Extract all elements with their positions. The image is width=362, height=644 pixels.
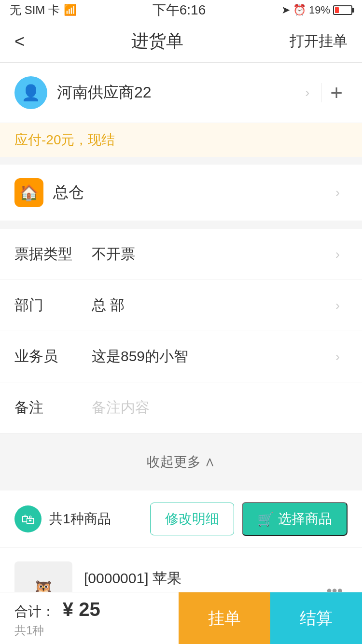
total-count: 共1种 <box>14 623 164 638</box>
supplier-chevron-icon: › <box>305 85 309 100</box>
edit-detail-button[interactable]: 修改明细 <box>150 503 234 535</box>
add-supplier-button[interactable]: + <box>325 81 348 105</box>
nav-bar: < 进货单 打开挂单 <box>0 20 362 63</box>
divider <box>321 83 321 102</box>
collapse-row[interactable]: 收起更多 ∧ <box>0 441 362 483</box>
supplier-row[interactable]: 👤 河南供应商22 › + <box>0 63 362 123</box>
supplier-alert: 应付-20元，现结 <box>0 123 362 157</box>
wifi-icon: 📶 <box>64 4 77 16</box>
collapse-label: 收起更多 ∧ <box>147 454 216 469</box>
product-header: 🛍 共1种商品 修改明细 🛒 选择商品 <box>0 490 362 548</box>
supplier-section: 👤 河南供应商22 › + 应付-20元，现结 <box>0 63 362 157</box>
back-button[interactable]: < <box>14 31 25 52</box>
invoice-row[interactable]: 票据类型 不开票 › <box>0 229 362 280</box>
invoice-label: 票据类型 <box>14 244 92 264</box>
warehouse-section: 🏠 总仓 › <box>0 165 362 221</box>
status-time: 下午6:16 <box>153 1 206 19</box>
sales-row[interactable]: 业务员 这是859的小智 › <box>0 331 362 382</box>
dept-label: 部门 <box>14 295 92 315</box>
select-product-button[interactable]: 🛒 选择商品 <box>242 502 348 536</box>
warehouse-name: 总仓 <box>53 182 328 203</box>
alarm-icon: ⏰ <box>293 4 306 16</box>
product-code: [0000001] 苹果 <box>84 570 181 586</box>
supplier-avatar: 👤 <box>14 76 47 109</box>
remark-input[interactable]: 备注内容 <box>92 398 348 418</box>
hang-button[interactable]: 挂单 <box>179 592 270 644</box>
product-count: 共1种商品 <box>49 510 150 528</box>
form-section: 票据类型 不开票 › 部门 总 部 › 业务员 这是859的小智 › 备注 备注… <box>0 229 362 434</box>
location-icon: ➤ <box>281 4 290 16</box>
warehouse-icon: 🏠 <box>14 178 43 207</box>
dept-row[interactable]: 部门 总 部 › <box>0 280 362 331</box>
remark-label: 备注 <box>14 398 92 418</box>
supplier-name: 河南供应商22 <box>57 82 297 103</box>
sales-value: 这是859的小智 <box>92 347 328 366</box>
invoice-chevron-icon: › <box>335 247 340 262</box>
status-bar: 无 SIM 卡 📶 下午6:16 ➤ ⏰ 19% <box>0 0 362 20</box>
dept-value: 总 部 <box>92 295 328 315</box>
page-title: 进货单 <box>131 29 183 53</box>
checkout-button[interactable]: 结算 <box>270 592 362 644</box>
total-label: 合计： <box>14 604 55 619</box>
cart-icon: 🛒 <box>257 511 274 527</box>
status-left: 无 SIM 卡 📶 <box>10 2 77 18</box>
select-product-label: 选择商品 <box>278 510 332 528</box>
battery-fill <box>335 7 339 13</box>
carrier-text: 无 SIM 卡 <box>10 2 60 18</box>
warehouse-row[interactable]: 🏠 总仓 › <box>0 165 362 221</box>
battery-percent: 19% <box>309 4 330 16</box>
total-amount: ¥ 25 <box>63 599 100 620</box>
battery-indicator <box>333 5 352 15</box>
dept-chevron-icon: › <box>335 298 340 313</box>
sales-chevron-icon: › <box>335 349 340 364</box>
bottom-bar: 合计： ¥ 25 共1种 挂单 结算 <box>0 592 362 644</box>
avatar-icon: 👤 <box>21 84 41 102</box>
remark-row[interactable]: 备注 备注内容 <box>0 382 362 434</box>
invoice-value: 不开票 <box>92 244 328 264</box>
open-hang-button[interactable]: 打开挂单 <box>290 31 348 51</box>
product-bag-icon: 🛍 <box>14 505 42 532</box>
product-name: [0000001] 苹果 <box>84 569 321 588</box>
warehouse-chevron-icon: › <box>335 185 340 200</box>
total-section: 合计： ¥ 25 共1种 <box>0 599 179 638</box>
status-right: ➤ ⏰ 19% <box>281 4 352 16</box>
sales-label: 业务员 <box>14 347 92 366</box>
